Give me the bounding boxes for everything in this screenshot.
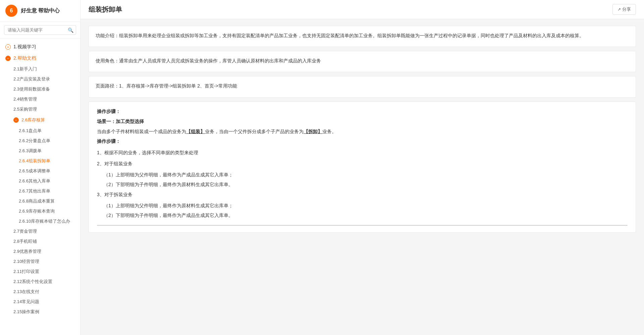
sidebar-item-finance[interactable]: 2.7资金管理 [13,226,80,236]
scenario1-desc: 当由多个子件材料组装成一个成品的业务为【组装】业务，当由一个父件拆分成多个子产品… [97,127,628,136]
step3-list: （1）上部明细为父件明细，最终作为原材料生成其它出库单； （2）下部明细为子件明… [104,202,628,220]
content-body: 操作步骤： 场景一：加工类型选择 当由多个子件材料组装成一个成品的业务为【组装】… [89,102,636,233]
step2-2: （2）下部明细为子件明细，最终作为原材料生成其它出库单。 [104,180,628,189]
intro-section: 功能介绍：组装拆卸单用来处理企业组装或拆卸等加工业务，支持有固定装配清单的产品加… [89,26,636,47]
path-section: 页面路径：1、库存核算->库存管理->组装拆卸单 2、首页->常用功能 [89,76,636,97]
step1: 1、根据不同的业务，选择不同单据的类型来处理 [97,149,628,157]
sidebar-item-sales[interactable]: 2.4销售管理 [13,94,80,104]
role-section: 使用角色：通常由生产人员或库管人员完成拆装业务的操作，库管人员确认原材料的出库和… [89,51,636,72]
step2-1: （1）上部明细为父件明细，最终作为产成品生成其它入库单； [104,171,628,179]
sidebar-item-newbie[interactable]: 2.1新手入门 [13,64,80,74]
sidebar-item-install[interactable]: 2.2产品安装及登录 [13,74,80,84]
app-title: 好生意 帮助中心 [21,7,60,14]
sidebar-item-sub-stocktake[interactable]: 2.6.2分量盘点单 [19,136,80,146]
sidebar-item-data-prep[interactable]: 2.3使用前数据准备 [13,84,80,94]
main: 组装拆卸单 ↗ 分享 功能介绍：组装拆卸单用来处理企业组装或拆卸等加工业务，支持… [80,0,644,335]
ops-steps-subtitle: 操作步骤： [97,138,628,145]
sidebar-item-other-in[interactable]: 2.6.6其他入库单 [19,176,80,186]
step3-title: 3、对于拆装业务 [97,190,628,199]
sidebar-item-docs[interactable]: − 2.帮助文档 [0,53,80,64]
sidebar-item-print[interactable]: 2.11打印设置 [13,267,80,277]
sidebar-item-assembly[interactable]: 2.6.4组装拆卸单 [19,156,80,166]
share-label: 分享 [622,6,631,12]
sidebar-item-video[interactable]: + 1.视频学习 [0,41,80,53]
sidebar-item-cases[interactable]: 2.15操作案例 [13,307,80,317]
page-title: 组装拆卸单 [89,5,122,14]
sidebar-item-label: 1.视频学习 [13,44,36,50]
sidebar-item-cost-recalc[interactable]: 2.6.8商品成本重算 [19,196,80,206]
intro-text: 功能介绍：组装拆卸单用来处理企业组装或拆卸等加工业务，支持有固定装配清单的产品加… [96,32,629,40]
step2-title: 2、对于组装业务 [97,160,628,168]
sidebar-sub-docs: 2.1新手入门 2.2产品安装及登录 2.3使用前数据准备 2.4销售管理 2.… [0,64,80,317]
main-header: 组装拆卸单 ↗ 分享 [80,0,644,19]
share-icon: ↗ [618,7,621,12]
step2-list: （1）上部明细为父件明细，最终作为产成品生成其它入库单； （2）下部明细为子件明… [104,171,628,189]
step3-1: （1）上部明细为父件明细，最终作为原材料生成其它出库单； [104,202,628,210]
main-content: 功能介绍：组装拆卸单用来处理企业组装或拆卸等加工业务，支持有固定装配清单的产品加… [80,19,644,335]
expand-icon: + [5,44,11,50]
sidebar: 6 好生意 帮助中心 🔍 + 1.视频学习 − 2.帮助文档 2.1新手入门 2… [0,0,80,335]
sidebar-sub-inventory: 2.6.1盘点单 2.6.2分量盘点单 2.6.3调拨单 2.6.4组装拆卸单 … [13,126,80,226]
path-text: 页面路径：1、库存核算->库存管理->组装拆卸单 2、首页->常用功能 [96,82,629,90]
sidebar-item-ledger-fix[interactable]: 2.6.10库存账本错了怎么办 [19,216,80,226]
screenshot-container: 6 TEST-H002 ▼ 新增单据 🔴 App下载 帮助中心 👤 CC [97,225,628,226]
sidebar-item-other-out[interactable]: 2.6.7其他出库单 [19,186,80,196]
sidebar-item-inventory: − 2.6库存核算 2.6.1盘点单 2.6.2分量盘点单 2.6.3调拨单 2… [13,114,80,226]
nav-tree: + 1.视频学习 − 2.帮助文档 2.1新手入门 2.2产品安装及登录 2.3… [0,39,80,335]
sidebar-item-ops[interactable]: 2.10经营管理 [13,257,80,267]
sidebar-item-inventory-label: 2.6库存核算 [21,117,45,123]
sidebar-item-stocktake[interactable]: 2.6.1盘点单 [19,126,80,136]
sidebar-item-coupon[interactable]: 2.9优惠券管理 [13,246,80,257]
sidebar-item-cost-adjust[interactable]: 2.6.5成本调整单 [19,166,80,176]
scenario1-title: 场景一：加工类型选择 [97,119,628,125]
sidebar-item-purchase[interactable]: 2.5采购管理 [13,104,80,114]
ops-title: 操作步骤： [97,109,628,115]
sidebar-item-ledger[interactable]: 2.6.9库存账本查询 [19,206,80,216]
inventory-collapse-icon: − [13,117,19,123]
sidebar-item-faq[interactable]: 2.14常见问题 [13,297,80,307]
sidebar-item-mobile[interactable]: 2.8手机旺铺 [13,236,80,246]
step3-2: （2）下部明细为子件明细，最终作为产成品生成其它入库单。 [104,211,628,220]
sidebar-item-payment[interactable]: 2.13在线支付 [13,287,80,297]
sidebar-item-customize[interactable]: 2.12系统个性化设置 [13,277,80,287]
role-text: 使用角色：通常由生产人员或库管人员完成拆装业务的操作，库管人员确认原材料的出库和… [96,57,629,65]
sidebar-item-transfer[interactable]: 2.6.3调拨单 [19,146,80,156]
search-button[interactable]: 🔍 [68,27,73,33]
sidebar-item-label: 2.帮助文档 [13,55,36,61]
share-button[interactable]: ↗ 分享 [612,4,636,15]
collapse-icon: − [5,56,11,61]
search-box: 🔍 [0,22,80,39]
search-input[interactable] [4,25,76,35]
sidebar-header: 6 好生意 帮助中心 [0,0,80,22]
mock-topbar: 6 TEST-H002 ▼ 新增单据 🔴 App下载 帮助中心 👤 CC [97,225,627,226]
logo-icon: 6 [5,5,17,17]
